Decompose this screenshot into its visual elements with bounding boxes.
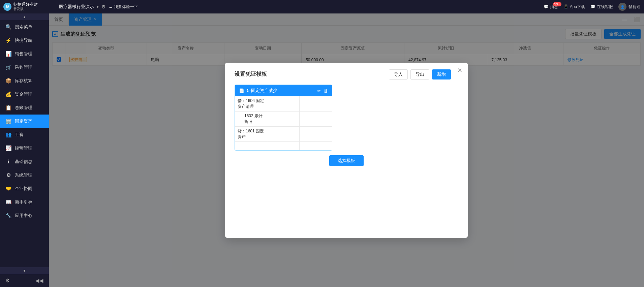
system-icon: ⚙ bbox=[5, 172, 11, 178]
sidebar-item-label: 应用中心 bbox=[15, 213, 32, 219]
entry-empty bbox=[267, 142, 300, 150]
template-entry-row: 贷：1601 固定资产 bbox=[235, 127, 332, 142]
app-download-button[interactable]: 📱 App下载 bbox=[563, 4, 585, 10]
inventory-icon: 📦 bbox=[5, 78, 11, 84]
import-button[interactable]: 导入 bbox=[389, 69, 408, 79]
select-template-area: 选择模板 bbox=[235, 151, 458, 171]
entry-debit bbox=[267, 96, 300, 111]
sidebar-item-sales[interactable]: 📊 销售管理 bbox=[0, 47, 49, 61]
voucher-template-modal: 设置凭证模板 导入 导出 新增 ✕ 📄 5-固定资产减少 ✏ 🗑 借：1606 … bbox=[225, 63, 468, 238]
customer-service-button[interactable]: 💬 在线客服 bbox=[590, 4, 613, 10]
guide-icon: 📖 bbox=[5, 199, 11, 205]
enterprise-icon: 🤝 bbox=[5, 186, 11, 192]
logo-icon: 畅 bbox=[3, 3, 11, 11]
entry-empty bbox=[235, 142, 267, 150]
sidebar-scroll-down[interactable]: ▼ bbox=[0, 267, 49, 274]
select-template-button[interactable]: 选择模板 bbox=[329, 155, 364, 166]
logo-text: 畅捷通好业财 bbox=[13, 2, 38, 7]
experience-icon: ☁ bbox=[109, 4, 113, 9]
sidebar-item-quicknav[interactable]: ⚡ 快捷导航 bbox=[0, 34, 49, 47]
new-button[interactable]: 新增 bbox=[432, 69, 451, 79]
appstore-icon: 🔧 bbox=[5, 213, 11, 219]
sidebar-item-label: 系统管理 bbox=[15, 172, 32, 178]
sidebar-item-system[interactable]: ⚙ 系统管理 bbox=[0, 168, 49, 182]
modal-toolbar: 导入 导出 新增 bbox=[389, 69, 451, 79]
template-card[interactable]: 📄 5-固定资产减少 ✏ 🗑 借：1606 固定资产清理 1602 累计折旧 bbox=[235, 85, 332, 151]
sidebar-settings-icon[interactable]: ⚙ bbox=[5, 278, 10, 284]
topbar-settings-icon[interactable]: ⚙ bbox=[101, 4, 106, 9]
basicinfo-icon: ℹ bbox=[5, 159, 11, 165]
quicknav-icon: ⚡ bbox=[5, 37, 11, 43]
experience-area[interactable]: ☁ 我要体验一下 bbox=[109, 4, 138, 10]
sidebar-item-label: 快捷导航 bbox=[15, 37, 32, 43]
logo-sub: 普及版 bbox=[13, 7, 38, 11]
sidebar-item-basicinfo[interactable]: ℹ 基础信息 bbox=[0, 155, 49, 168]
sidebar-item-enterprise[interactable]: 🤝 企业协同 bbox=[0, 182, 49, 195]
sidebar-item-fixed-assets[interactable]: 🏢 固定资产 bbox=[0, 115, 49, 128]
sidebar-item-label: 资金管理 bbox=[15, 91, 32, 97]
entry-direction: 贷：1601 固定资产 bbox=[235, 127, 267, 141]
entry-debit bbox=[267, 111, 300, 126]
sidebar-nav: 🔍 搜索菜单 ⚡ 快捷导航 📊 销售管理 🛒 采购管理 📦 库存核算 💰 资金管… bbox=[0, 20, 49, 267]
sidebar-scroll-up[interactable]: ▲ bbox=[0, 13, 49, 20]
messages-button[interactable]: 💬 消息 99+ bbox=[544, 4, 558, 10]
app-download-icon: 📱 bbox=[563, 4, 569, 9]
sidebar-item-label: 基础信息 bbox=[15, 159, 32, 165]
user-area[interactable]: 👤 畅捷通 bbox=[618, 3, 641, 11]
template-card-body: 借：1606 固定资产清理 1602 累计折旧 贷：1601 固定资产 bbox=[235, 96, 332, 150]
username: 畅捷通 bbox=[628, 4, 641, 10]
payroll-icon: 👥 bbox=[5, 132, 11, 138]
sidebar: ▲ 🔍 搜索菜单 ⚡ 快捷导航 📊 销售管理 🛒 采购管理 📦 库存核算 💰 资… bbox=[0, 13, 49, 287]
sidebar-item-label: 经营管理 bbox=[15, 145, 32, 151]
operations-icon: 📈 bbox=[5, 145, 11, 151]
sidebar-item-label: 采购管理 bbox=[15, 64, 32, 70]
sidebar-item-payroll[interactable]: 👥 工资 bbox=[0, 128, 49, 141]
sidebar-item-label: 企业协同 bbox=[15, 186, 32, 192]
template-card-header: 📄 5-固定资产减少 ✏ 🗑 bbox=[235, 85, 332, 96]
modal-overlay: 设置凭证模板 导入 导出 新增 ✕ 📄 5-固定资产减少 ✏ 🗑 借：1606 … bbox=[49, 13, 644, 287]
sidebar-item-guide[interactable]: 📖 新手引导 bbox=[0, 195, 49, 209]
entry-credit bbox=[300, 111, 332, 126]
company-name[interactable]: 医疗器械行业演示 bbox=[59, 4, 94, 10]
ledger-icon: 📋 bbox=[5, 105, 11, 111]
customer-service-label: 在线客服 bbox=[597, 4, 613, 10]
sidebar-item-label: 固定资产 bbox=[15, 118, 32, 124]
export-button[interactable]: 导出 bbox=[410, 69, 429, 79]
entry-credit bbox=[300, 127, 332, 141]
entry-direction: 1602 累计折旧 bbox=[235, 111, 267, 126]
entry-direction: 借：1606 固定资产清理 bbox=[235, 96, 267, 111]
sidebar-item-label: 新手引导 bbox=[15, 199, 32, 205]
modal-close-button[interactable]: ✕ bbox=[457, 67, 462, 73]
template-entry-row-empty bbox=[235, 142, 332, 150]
customer-service-icon: 💬 bbox=[590, 4, 595, 9]
search-icon: 🔍 bbox=[5, 24, 11, 30]
sales-icon: 📊 bbox=[5, 51, 11, 57]
avatar: 👤 bbox=[618, 3, 626, 11]
topbar-right: 💬 消息 99+ 📱 App下载 💬 在线客服 👤 畅捷通 bbox=[544, 3, 641, 11]
app-download-label: App下载 bbox=[570, 4, 585, 10]
sidebar-item-purchase[interactable]: 🛒 采购管理 bbox=[0, 61, 49, 74]
template-name: 5-固定资产减少 bbox=[247, 88, 277, 94]
fixed-assets-icon: 🏢 bbox=[5, 118, 11, 124]
entry-debit bbox=[267, 127, 300, 141]
sidebar-item-appstore[interactable]: 🔧 应用中心 bbox=[0, 209, 49, 222]
sidebar-item-label: 销售管理 bbox=[15, 51, 32, 57]
sidebar-item-inventory[interactable]: 📦 库存核算 bbox=[0, 74, 49, 88]
sidebar-bottom: ⚙ ◀◀ bbox=[0, 274, 49, 287]
sidebar-item-operations[interactable]: 📈 经营管理 bbox=[0, 141, 49, 155]
template-entry-row: 1602 累计折旧 bbox=[235, 111, 332, 127]
sidebar-item-label: 搜索菜单 bbox=[15, 24, 32, 30]
template-entry-row: 借：1606 固定资产清理 bbox=[235, 96, 332, 111]
sidebar-item-label: 工资 bbox=[15, 132, 24, 138]
template-doc-icon: 📄 bbox=[239, 88, 244, 93]
sidebar-collapse-icon[interactable]: ◀◀ bbox=[35, 278, 43, 284]
sidebar-item-finance[interactable]: 💰 资金管理 bbox=[0, 88, 49, 101]
company-dropdown-icon[interactable]: ▾ bbox=[97, 5, 99, 9]
experience-text: 我要体验一下 bbox=[114, 4, 138, 10]
template-edit-icon[interactable]: ✏ bbox=[317, 88, 321, 93]
entry-credit bbox=[300, 96, 332, 111]
sidebar-item-ledger[interactable]: 📋 总账管理 bbox=[0, 101, 49, 115]
template-delete-icon[interactable]: 🗑 bbox=[324, 88, 328, 93]
topbar: 畅 畅捷通好业财 普及版 医疗器械行业演示 ▾ ⚙ ☁ 我要体验一下 💬 消息 … bbox=[0, 0, 644, 13]
sidebar-item-search[interactable]: 🔍 搜索菜单 bbox=[0, 20, 49, 34]
